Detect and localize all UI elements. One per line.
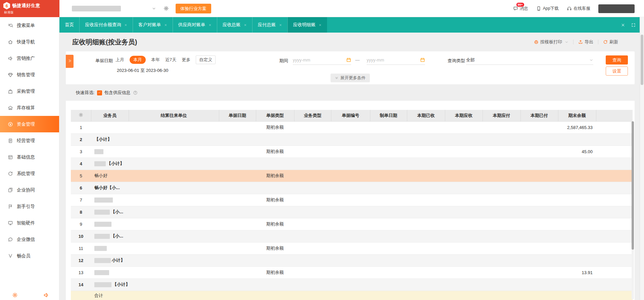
date-option-1[interactable]: 本月 xyxy=(130,56,146,64)
chevron-down-icon[interactable] xyxy=(152,6,156,11)
expand-more-button[interactable]: 展开更多条件 xyxy=(331,74,370,82)
table-row[interactable]: 5畅小好期初余额 xyxy=(71,170,633,182)
table-row[interactable]: 8【小... xyxy=(71,206,633,218)
settings-button[interactable]: 设置 xyxy=(606,67,628,76)
period-start-input[interactable] xyxy=(293,57,346,62)
tab-4[interactable]: 应收总账 xyxy=(217,17,252,33)
column-header[interactable]: 单据类型 xyxy=(256,110,294,121)
calendar-icon[interactable] xyxy=(420,57,425,62)
tab-close-icon[interactable] xyxy=(209,24,212,27)
tab-close-icon[interactable] xyxy=(319,24,322,27)
calendar-icon[interactable] xyxy=(346,57,351,62)
fullscreen-icon[interactable] xyxy=(631,23,636,27)
sidebar-item-operations[interactable]: 经营管理 xyxy=(0,132,59,149)
tab-close-icon[interactable] xyxy=(164,24,167,27)
sidebar-item-hardware[interactable]: 智能硬件 xyxy=(0,215,59,231)
sidebar-item-search[interactable]: 搜索菜单 xyxy=(0,17,59,34)
announcement-icon[interactable] xyxy=(43,292,49,298)
include-supplier-checkbox[interactable] xyxy=(97,90,102,95)
sidebar-item-member[interactable]: 畅会员 xyxy=(0,248,59,264)
table-row[interactable]: 2【小计】 xyxy=(71,133,633,145)
sidebar-item-sales[interactable]: 销售管理 xyxy=(0,67,59,83)
trial-solution-button[interactable]: 体验行业方案 xyxy=(176,4,211,13)
period-end-input[interactable] xyxy=(367,57,420,62)
tab-6[interactable]: 应收明细账 xyxy=(287,17,327,33)
app-logo[interactable]: 6 畅捷通好生意 标准版 xyxy=(0,0,59,17)
cell xyxy=(370,242,407,254)
collapse-filter-button[interactable] xyxy=(66,55,74,68)
table-scrollbar-thumb[interactable] xyxy=(632,121,634,250)
table-row[interactable]: 7期初余额 xyxy=(71,194,633,206)
column-header[interactable]: 结算往来单位 xyxy=(129,110,219,121)
cell xyxy=(407,170,445,182)
sidebar-item-wechat[interactable]: 企业微信 xyxy=(0,231,59,248)
page-scrollbar-thumb[interactable] xyxy=(641,35,643,85)
sidebar-item-guide[interactable]: 新手引导 xyxy=(0,198,59,215)
tab-2[interactable]: 客户对账单 xyxy=(133,17,173,33)
gear-icon[interactable] xyxy=(164,6,169,11)
tab-1[interactable]: 应收应付余额查询 xyxy=(79,17,133,33)
cell xyxy=(370,121,407,133)
tab-close-icon[interactable] xyxy=(279,24,282,27)
column-header[interactable]: 制单日期 xyxy=(370,110,407,121)
sidebar-item-baseinfo[interactable]: 基础信息 xyxy=(0,149,59,165)
page-scrollbar[interactable] xyxy=(640,17,644,300)
sidebar-item-purchase[interactable]: 采购管理 xyxy=(0,83,59,99)
tab-close-icon[interactable] xyxy=(124,24,127,27)
table-row[interactable]: 11期初余额 xyxy=(71,242,633,254)
app-download-button[interactable]: App下载 xyxy=(536,6,559,11)
print-by-template-button[interactable]: 按模板打印 xyxy=(534,39,568,45)
sidebar-item-label: 基础信息 xyxy=(17,154,35,160)
table-row[interactable]: 13期初余额13.91 xyxy=(71,266,633,278)
tab-3[interactable]: 供应商对账单 xyxy=(173,17,217,33)
export-button[interactable]: 导出 xyxy=(578,39,593,45)
date-option-0[interactable]: 上月 xyxy=(116,57,124,63)
table-row[interactable]: 10【小... xyxy=(71,230,633,242)
column-header[interactable]: 业务员 xyxy=(91,110,129,121)
sidebar-settings-icon[interactable] xyxy=(12,292,18,298)
table-row[interactable]: 9期初余额 xyxy=(71,218,633,230)
cell xyxy=(294,230,331,242)
online-service-button[interactable]: 在线客服 xyxy=(567,6,590,11)
org-name-redacted[interactable] xyxy=(72,6,121,11)
column-settings-icon[interactable] xyxy=(79,113,83,117)
sidebar-item-home[interactable]: 快捷导航 xyxy=(0,34,59,50)
date-option-4[interactable]: 更多 xyxy=(182,57,190,63)
total-row[interactable]: 合计 xyxy=(71,291,633,300)
table-row[interactable]: 1期初余额2,587,465.33 xyxy=(71,121,633,133)
column-header[interactable]: 本期应收 xyxy=(445,110,482,121)
table-row[interactable]: 12小计】 xyxy=(71,254,633,266)
column-header[interactable]: 单据编号 xyxy=(331,110,370,121)
tab-0[interactable]: 首页 xyxy=(59,17,79,33)
table-scrollbar[interactable] xyxy=(632,121,634,299)
sidebar-item-megaphone[interactable]: 营销推广 xyxy=(0,50,59,67)
messages-button[interactable]: 99+ 消息 xyxy=(513,6,528,11)
column-header[interactable]: 单据日期 xyxy=(219,110,256,121)
sidebar-item-inventory[interactable]: 库存核算 xyxy=(0,99,59,116)
user-info-redacted[interactable] xyxy=(598,4,635,13)
column-header[interactable]: 期末余额 xyxy=(558,110,596,121)
date-option-5[interactable]: 自定义 xyxy=(196,55,216,64)
help-icon[interactable] xyxy=(133,90,138,95)
close-tabs-icon[interactable] xyxy=(621,23,625,27)
tab-5[interactable]: 应付总账 xyxy=(252,17,287,33)
table-row[interactable]: 4【小计】 xyxy=(71,158,633,170)
column-header[interactable]: 本期已付 xyxy=(520,110,558,121)
sidebar-item-funds[interactable]: 资金管理 xyxy=(0,116,59,132)
query-type-select[interactable]: 全部 xyxy=(466,55,593,65)
sidebar-item-system[interactable]: 系统管理 xyxy=(0,165,59,182)
column-header[interactable]: 本期已收 xyxy=(407,110,445,121)
date-option-3[interactable]: 近7天 xyxy=(165,57,176,63)
sidebar-item-collab[interactable]: 企业协同 xyxy=(0,182,59,198)
cell xyxy=(520,194,558,206)
tab-close-icon[interactable] xyxy=(244,24,247,27)
column-header[interactable]: 业务类型 xyxy=(294,110,331,121)
chevron-down-icon[interactable] xyxy=(565,40,568,44)
search-button[interactable]: 查询 xyxy=(606,55,628,65)
refresh-button[interactable]: 刷新 xyxy=(603,39,618,45)
date-option-2[interactable]: 本年 xyxy=(151,57,160,63)
table-row[interactable]: 14【小计】 xyxy=(71,278,633,291)
table-row[interactable]: 6畅小好【小... xyxy=(71,182,633,194)
table-row[interactable]: 3期初余额45.00 xyxy=(71,145,633,158)
column-header[interactable]: 本期应付 xyxy=(482,110,520,121)
